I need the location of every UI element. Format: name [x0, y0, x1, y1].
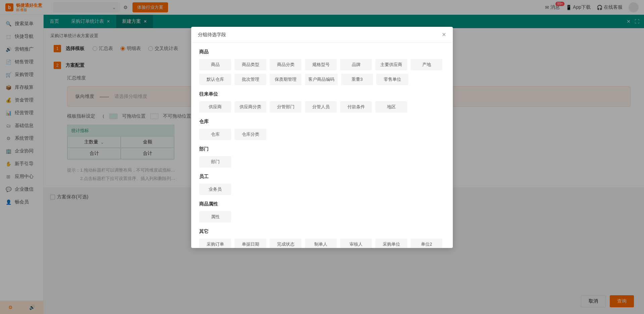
field-button[interactable]: 单据日期 — [234, 239, 266, 248]
field-button[interactable]: 采购单位 — [375, 239, 407, 248]
field-button[interactable]: 保质期管理 — [270, 74, 302, 85]
field-group-0: 商品商品商品类型商品分类规格型号品牌主要供应商产地默认仓库批次管理保质期管理客户… — [199, 49, 445, 85]
field-button[interactable]: 单位2 — [411, 239, 442, 248]
field-group-3: 部门部门 — [199, 146, 445, 168]
field-button[interactable]: 零售单位 — [376, 74, 408, 85]
group-title: 仓库 — [199, 119, 445, 125]
field-button[interactable]: 商品类型 — [234, 59, 266, 70]
close-icon[interactable]: ✕ — [442, 32, 446, 38]
modal-title: 分组待选字段 — [198, 32, 226, 38]
field-button[interactable]: 分管人员 — [305, 101, 337, 113]
group-title: 往来单位 — [199, 91, 445, 97]
modal-overlay: 分组待选字段 ✕ 商品商品商品类型商品分类规格型号品牌主要供应商产地默认仓库批次… — [0, 0, 644, 314]
field-button[interactable]: 产地 — [411, 59, 442, 70]
field-button[interactable]: 商品 — [199, 59, 231, 70]
field-button[interactable]: 完成状态 — [270, 239, 302, 248]
field-button[interactable]: 重量3 — [341, 74, 373, 85]
field-group-5: 商品属性属性 — [199, 201, 445, 223]
field-button[interactable]: 商品分类 — [270, 59, 302, 70]
field-button[interactable]: 仓库 — [199, 129, 231, 140]
field-button[interactable]: 属性 — [199, 211, 231, 223]
group-title: 部门 — [199, 146, 445, 152]
field-button[interactable]: 业务员 — [199, 184, 231, 195]
field-button[interactable]: 品牌 — [340, 59, 372, 70]
field-button[interactable]: 默认仓库 — [199, 74, 231, 85]
field-button[interactable]: 主要供应商 — [375, 59, 407, 70]
field-button[interactable]: 审核人 — [340, 239, 372, 248]
field-select-modal: 分组待选字段 ✕ 商品商品商品类型商品分类规格型号品牌主要供应商产地默认仓库批次… — [191, 27, 453, 248]
group-title: 员工 — [199, 174, 445, 180]
field-button[interactable]: 付款条件 — [340, 101, 372, 113]
field-button[interactable]: 地区 — [375, 101, 407, 113]
group-title: 商品属性 — [199, 201, 445, 207]
field-button[interactable]: 规格型号 — [305, 59, 337, 70]
field-group-6: 其它采购订单单据日期完成状态制单人审核人采购单位单位2主计量批号价格类型预计到货… — [199, 229, 445, 248]
field-button[interactable]: 仓库分类 — [234, 129, 266, 140]
field-button[interactable]: 分管部门 — [270, 101, 302, 113]
field-button[interactable]: 制单人 — [305, 239, 337, 248]
field-button[interactable]: 供应商分类 — [234, 101, 266, 113]
field-group-4: 员工业务员 — [199, 174, 445, 195]
field-button[interactable]: 批次管理 — [234, 74, 266, 85]
field-button[interactable]: 客户商品编码 — [305, 74, 338, 85]
group-title: 其它 — [199, 229, 445, 235]
field-group-2: 仓库仓库仓库分类 — [199, 119, 445, 140]
field-group-1: 往来单位供应商供应商分类分管部门分管人员付款条件地区 — [199, 91, 445, 113]
field-button[interactable]: 部门 — [199, 156, 231, 168]
field-button[interactable]: 采购订单 — [199, 239, 231, 248]
group-title: 商品 — [199, 49, 445, 55]
field-button[interactable]: 供应商 — [199, 101, 231, 113]
